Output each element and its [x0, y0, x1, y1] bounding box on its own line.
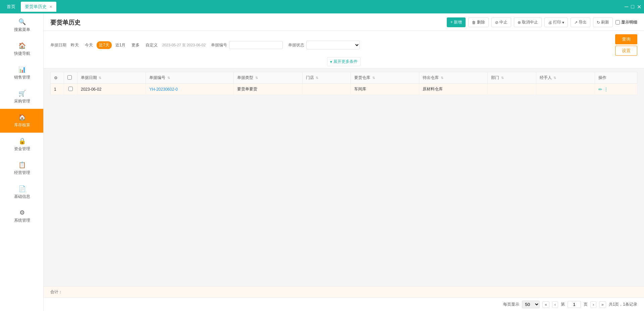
query-setting-btns: 查询 设置: [615, 34, 637, 56]
row-checkbox-cell: [64, 84, 77, 95]
delete-icon: 🗑: [472, 20, 476, 25]
sidebar-item-sales[interactable]: 📊 销售管理: [0, 61, 43, 85]
basics-icon: 📄: [18, 185, 26, 192]
date-btn-more[interactable]: 更多: [129, 41, 142, 49]
status-filter-group: 单据状态: [288, 41, 360, 49]
close-tab-icon[interactable]: ✕: [49, 5, 52, 9]
maximize-button[interactable]: □: [631, 4, 634, 10]
refresh-icon: ↻: [597, 20, 600, 25]
table-body: 1 2023-06-02 YH-20230602-0 要货单要货 车间库 原材料…: [51, 84, 637, 95]
expand-icon: ▾: [330, 59, 332, 64]
date-btn-custom[interactable]: 自定义: [143, 41, 160, 49]
header-actions: + 新增 🗑 删除 ⊘ 中止 ⊗ 取消中止 🖨 打: [447, 17, 637, 27]
sidebar-item-inventory[interactable]: 🏠 库存核算: [0, 109, 43, 133]
show-detail-checkbox[interactable]: [615, 20, 620, 25]
sort-date-icon: ⇅: [99, 76, 101, 80]
per-page-select[interactable]: 10 20 50 100: [522, 301, 540, 308]
table-header-row: ⚙ 单据日期 ⇅ 单据编号 ⇅ 单据类型: [51, 72, 637, 84]
th-dept[interactable]: 部门 ⇅: [488, 72, 536, 84]
tab-home[interactable]: 首页: [3, 2, 19, 12]
system-icon: ⚙: [19, 209, 25, 216]
row-req-warehouse: 车间库: [351, 84, 419, 95]
row-checkbox[interactable]: [68, 87, 73, 91]
row-wait-warehouse: 原材料仓库: [419, 84, 488, 95]
row-dept: [488, 84, 536, 95]
go-page-label: 第: [561, 302, 565, 307]
summary-label: 合计：: [50, 290, 62, 294]
date-btn-1month[interactable]: 近1月: [113, 41, 128, 49]
last-page-button[interactable]: »: [599, 301, 606, 308]
table-footer: 合计：: [44, 286, 644, 298]
row-no-link[interactable]: YH-20230602-0: [149, 87, 178, 92]
table-container: ⚙ 单据日期 ⇅ 单据编号 ⇅ 单据类型: [44, 69, 644, 286]
prev-page-button[interactable]: ‹: [552, 301, 558, 308]
table-head: ⚙ 单据日期 ⇅ 单据编号 ⇅ 单据类型: [51, 72, 637, 84]
tab-history[interactable]: 要货单历史 ✕: [21, 2, 56, 12]
sidebar-item-quick-nav[interactable]: 🏠 快捷导航: [0, 37, 43, 61]
th-no[interactable]: 单据编号 ⇅: [146, 72, 234, 84]
refresh-button[interactable]: ↻ 刷新: [593, 17, 613, 27]
page-label: 页: [584, 302, 588, 307]
th-req-warehouse[interactable]: 要货仓库 ⇅: [351, 72, 419, 84]
sidebar-item-finance[interactable]: 🔒 资金管理: [0, 133, 43, 157]
export-button[interactable]: ↗ 导出: [571, 17, 590, 27]
close-button[interactable]: ✕: [637, 4, 641, 10]
window-controls: ─ □ ✕: [625, 4, 641, 10]
next-page-button[interactable]: ›: [590, 301, 596, 308]
finance-icon: 🔒: [18, 137, 26, 145]
date-filter-group: 单据日期 昨天 今天 近7天 近1月 更多 自定义 2023-05-27 至 2…: [50, 41, 206, 49]
row-index: 1: [51, 84, 64, 95]
th-settings[interactable]: ⚙: [51, 72, 64, 84]
expand-more-button[interactable]: ▾ 展开更多条件: [327, 57, 361, 66]
minimize-button[interactable]: ─: [625, 4, 628, 10]
row-edit-icon[interactable]: ✏: [598, 87, 602, 92]
print-icon: 🖨: [548, 20, 552, 25]
inventory-icon: 🏠: [18, 114, 26, 121]
date-filter-label: 单据日期: [50, 42, 66, 48]
new-button[interactable]: + 新增: [447, 17, 466, 27]
sidebar-item-search-menu[interactable]: 🔍 搜索菜单: [0, 13, 43, 37]
select-all-checkbox[interactable]: [67, 75, 72, 80]
quick-nav-icon: 🏠: [18, 42, 26, 49]
th-date[interactable]: 单据日期 ⇅: [77, 72, 146, 84]
sort-dept-icon: ⇅: [501, 76, 504, 80]
th-type[interactable]: 单据类型 ⇅: [234, 72, 302, 84]
th-store[interactable]: 门店 ⇅: [302, 72, 351, 84]
date-btn-7days[interactable]: 近7天: [97, 41, 112, 49]
date-btn-today[interactable]: 今天: [83, 41, 95, 49]
stop-button[interactable]: ⊘ 中止: [491, 17, 511, 27]
query-button[interactable]: 查询: [615, 34, 637, 44]
th-wait-warehouse[interactable]: 待出仓库 ⇅: [419, 72, 488, 84]
setting-button[interactable]: 设置: [615, 46, 637, 56]
print-button[interactable]: 🖨 打印 ▾: [544, 17, 568, 27]
row-no: YH-20230602-0: [146, 84, 234, 95]
sidebar-item-system[interactable]: ⚙ 系统管理: [0, 204, 43, 228]
export-icon: ↗: [574, 20, 578, 25]
print-chevron-icon: ▾: [562, 20, 564, 25]
row-more-icon[interactable]: ⋮: [604, 87, 608, 92]
date-btn-yesterday[interactable]: 昨天: [68, 41, 81, 49]
page-input[interactable]: [568, 301, 581, 308]
status-select[interactable]: [306, 41, 360, 49]
row-actions-cell: ✏ ⋮: [595, 84, 637, 95]
row-handler: [536, 84, 595, 95]
sort-wait-warehouse-icon: ⇅: [441, 76, 443, 80]
th-handler[interactable]: 经手人 ⇅: [536, 72, 595, 84]
stop-icon: ⊘: [495, 20, 498, 25]
pagination-bar: 每页显示 10 20 50 100 « ‹ 第 页 › » 共1页，1条记录: [44, 298, 644, 311]
total-info: 共1页，1条记录: [609, 302, 637, 307]
main-layout: 🔍 搜索菜单 🏠 快捷导航 📊 销售管理 🛒 采购管理 🏠 库存核算 🔒 资金管…: [0, 13, 644, 311]
show-detail-label[interactable]: 显示明细: [615, 19, 637, 25]
content-area: 要货单历史 + 新增 🗑 删除 ⊘ 中止 ⊗ 取消中止: [44, 13, 644, 311]
sales-icon: 📊: [18, 66, 26, 73]
first-page-button[interactable]: «: [542, 301, 549, 308]
table-row: 1 2023-06-02 YH-20230602-0 要货单要货 车间库 原材料…: [51, 84, 637, 95]
sidebar-item-operations[interactable]: 📋 经营管理: [0, 157, 43, 180]
docno-input[interactable]: [229, 41, 283, 49]
cancel-stop-button[interactable]: ⊗ 取消中止: [514, 17, 542, 27]
delete-button[interactable]: 🗑 删除: [468, 17, 489, 27]
th-checkbox[interactable]: [64, 72, 77, 84]
sidebar-item-basics[interactable]: 📄 基础信息: [0, 180, 43, 204]
sidebar-item-purchase[interactable]: 🛒 采购管理: [0, 85, 43, 109]
row-type: 要货单要货: [234, 84, 302, 95]
